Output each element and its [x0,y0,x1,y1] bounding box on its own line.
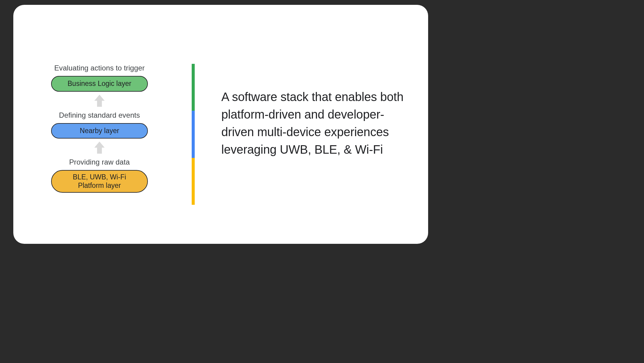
layer-pill-platform: BLE, UWB, Wi-Fi Platform layer [51,170,148,193]
layer-group-platform: Providing raw data BLE, UWB, Wi-Fi Platf… [51,158,148,193]
layer-group-nearby: Defining standard events Nearby layer [51,111,148,139]
layer-pill-nearby: Nearby layer [51,123,148,139]
layer-caption: Providing raw data [69,158,130,166]
pill-line: BLE, UWB, Wi-Fi [73,173,126,181]
arrow-up-icon [94,95,105,107]
divider-seg-green [192,64,195,111]
arrow-up-icon [94,142,105,154]
slide-card: Evaluating actions to trigger Business L… [13,5,428,244]
layer-caption: Evaluating actions to trigger [54,64,145,72]
layer-group-business-logic: Evaluating actions to trigger Business L… [51,64,148,92]
color-divider [192,64,195,205]
description-column: A software stack that enables both platf… [221,88,415,158]
pill-line: Platform layer [78,182,121,189]
layer-pill-business-logic: Business Logic layer [51,76,148,92]
divider-seg-yellow [192,158,195,205]
layer-caption: Defining standard events [59,111,140,119]
description-text: A software stack that enables both platf… [221,88,415,158]
layer-stack-column: Evaluating actions to trigger Business L… [13,5,186,244]
divider-seg-blue [192,111,195,158]
